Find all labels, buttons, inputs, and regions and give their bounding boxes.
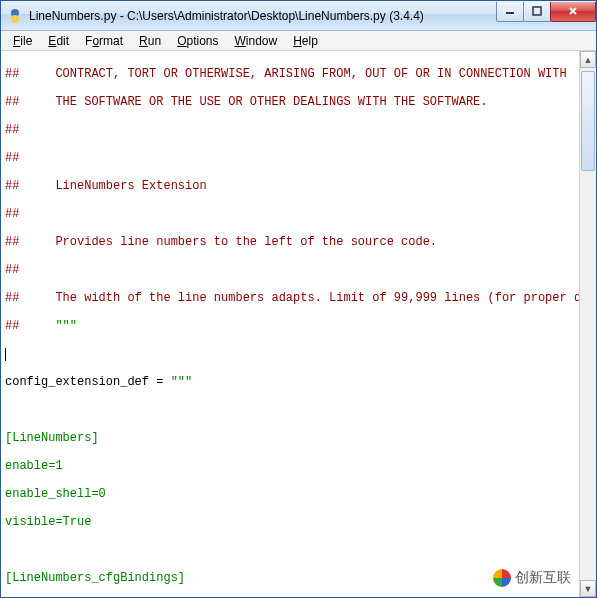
menu-options[interactable]: Options [169, 32, 226, 50]
code-line [5, 403, 575, 417]
svg-rect-3 [533, 7, 541, 15]
menu-edit[interactable]: Edit [40, 32, 77, 50]
scroll-down-arrow-icon[interactable]: ▼ [580, 580, 596, 597]
window-title: LineNumbers.py - C:\Users\Administrator\… [29, 9, 497, 23]
svg-rect-2 [506, 12, 514, 14]
vertical-scrollbar[interactable]: ▲ ▼ [579, 51, 596, 597]
editor-wrap: ## CONTRACT, TORT OR OTHERWISE, ARISING … [1, 51, 596, 597]
code-line: ## [5, 123, 575, 137]
scroll-up-arrow-icon[interactable]: ▲ [580, 51, 596, 68]
scroll-thumb[interactable] [581, 71, 595, 171]
close-button[interactable] [550, 2, 596, 22]
menu-window[interactable]: Window [227, 32, 286, 50]
menu-help[interactable]: Help [285, 32, 326, 50]
minimize-button[interactable] [496, 2, 524, 22]
code-line: ## [5, 207, 575, 221]
text-cursor [5, 348, 6, 361]
code-line: ## [5, 263, 575, 277]
code-line: ## """ [5, 319, 575, 333]
menu-run[interactable]: Run [131, 32, 169, 50]
code-line: config_extension_def = """ [5, 375, 575, 389]
window-buttons [497, 2, 596, 22]
menu-file[interactable]: File [5, 32, 40, 50]
svg-point-1 [11, 15, 19, 23]
app-window: LineNumbers.py - C:\Users\Administrator\… [0, 0, 597, 598]
code-line [5, 347, 575, 361]
code-line [5, 543, 575, 557]
code-line: enable=1 [5, 459, 575, 473]
code-line: [LineNumbers_cfgBindings] [5, 571, 575, 585]
code-editor[interactable]: ## CONTRACT, TORT OR OTHERWISE, ARISING … [1, 51, 579, 597]
code-line: visible=True [5, 515, 575, 529]
code-line: ## [5, 151, 575, 165]
code-line: ## CONTRACT, TORT OR OTHERWISE, ARISING … [5, 67, 575, 81]
menu-format[interactable]: Format [77, 32, 131, 50]
code-line: ## LineNumbers Extension [5, 179, 575, 193]
python-idle-icon [7, 8, 23, 24]
code-line: [LineNumbers] [5, 431, 575, 445]
maximize-button[interactable] [523, 2, 551, 22]
code-line: ## Provides line numbers to the left of … [5, 235, 575, 249]
menubar: File Edit Format Run Options Window Help [1, 31, 596, 51]
code-line: ## The width of the line numbers adapts.… [5, 291, 575, 305]
code-line: enable_shell=0 [5, 487, 575, 501]
code-line: ## THE SOFTWARE OR THE USE OR OTHER DEAL… [5, 95, 575, 109]
titlebar[interactable]: LineNumbers.py - C:\Users\Administrator\… [1, 1, 596, 31]
